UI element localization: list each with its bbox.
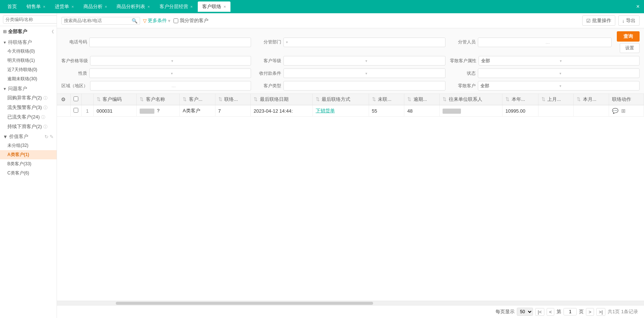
customer-type-label: 客户类型 <box>255 83 281 89</box>
customer-type-control[interactable] <box>283 81 445 91</box>
person-control[interactable]: … <box>478 38 612 47</box>
my-customers-filter[interactable]: 我分管的客户 <box>173 17 208 24</box>
retail-customer-label: 零散客户 <box>450 83 476 89</box>
contact-chat-icon[interactable]: 💬 <box>612 108 618 114</box>
top-nav: 首页 销售单 × 进货单 × 商品分析 × 商品分析列表 × 客户分层经营 × … <box>0 0 644 13</box>
col-this-year-sort: ⇅ <box>505 96 509 102</box>
row-company-contact-cell <box>440 105 502 117</box>
quality-control[interactable]: ▾ <box>89 68 251 78</box>
sidebar-pending-group[interactable]: ▼ 待联络客户 <box>0 37 57 47</box>
sidebar-item-declining[interactable]: 持续下滑客户(2) ⓘ <box>0 122 57 131</box>
sidebar-collapse-icon[interactable]: 《 <box>50 29 54 35</box>
close-tab-customer-contact[interactable]: × <box>223 1 226 12</box>
phone-input-wrap[interactable] <box>89 38 251 47</box>
col-no-contact-th[interactable]: ⇅ 未联... <box>369 94 404 105</box>
col-last-date-th[interactable]: ⇅ 最后联络日期 <box>250 94 312 105</box>
setting-button[interactable]: 设置 <box>620 43 640 53</box>
col-last-method-th[interactable]: ⇅ 最后联络方式 <box>312 94 369 105</box>
sidebar-search-input[interactable] <box>3 15 57 24</box>
sidebar-item-today-pending[interactable]: 今天待联络(0) <box>0 47 57 56</box>
dept-control[interactable]: ▾ <box>283 38 445 47</box>
retail-customer-control[interactable]: 全部 ▾ <box>478 81 640 91</box>
filter-actions: ☑ 批量操作 ↓ 导出 <box>582 15 640 26</box>
close-tab-purchase[interactable]: × <box>71 1 74 12</box>
status-control[interactable]: ▾ <box>478 68 640 78</box>
export-button[interactable]: ↓ 导出 <box>618 15 640 26</box>
col-code-th[interactable]: ⇅ 客户编码 <box>93 94 136 105</box>
tab-customer-contact[interactable]: 客户联络 × <box>198 1 230 12</box>
sidebar-problem-group[interactable]: ▼ 问题客户 <box>0 84 57 93</box>
pay-cond-label: 收付款条件 <box>255 70 281 77</box>
window-close-button[interactable]: × <box>635 2 641 11</box>
price-level-arrow: ▾ <box>171 59 248 63</box>
last-page-button[interactable]: >| <box>596 308 605 316</box>
sidebar-item-a-class[interactable]: A类客户(1) <box>0 150 57 159</box>
refresh-icon[interactable]: ↻ <box>44 134 49 139</box>
filter-more-conditions[interactable]: ▽ 更多条件 ▾ <box>143 17 171 24</box>
tab-sales-order[interactable]: 销售单 × <box>22 1 50 12</box>
scroll-thumb[interactable] <box>116 302 373 305</box>
query-btn-wrap: 查询 设置 <box>617 31 640 53</box>
col-this-year-th[interactable]: ⇅ 本年... <box>502 94 539 105</box>
value-arrow[interactable]: ▼ <box>3 134 8 139</box>
edit-icon[interactable]: ✎ <box>50 134 54 139</box>
table-wrap: ⚙ ⇅ 客户编码 ⇅ 客户名称 <box>57 94 644 301</box>
sidebar-item-c-class[interactable]: C类客户(6) <box>0 169 57 178</box>
sidebar-item-churned[interactable]: 已流失客户(24) ⓘ <box>0 112 57 122</box>
per-page-select[interactable]: 50 <box>517 308 533 316</box>
prev-page-button[interactable]: < <box>547 308 555 316</box>
col-name-label: 客户名称 <box>146 96 165 102</box>
sidebar-item-tomorrow-pending[interactable]: 明天待联络(1) <box>0 56 57 65</box>
filter-search-icon[interactable]: 🔍 <box>132 18 137 24</box>
page-number-input[interactable] <box>564 308 577 315</box>
sidebar-all-customers[interactable]: ⊞ 全部客户 《 <box>0 26 57 37</box>
pay-cond-control[interactable]: ▾ <box>283 68 445 78</box>
select-all-checkbox[interactable] <box>74 96 78 101</box>
tab-product-analysis[interactable]: 商品分析 × <box>79 1 111 12</box>
close-tab-product-analysis-list[interactable]: × <box>147 1 150 12</box>
sidebar-item-unclassified[interactable]: 未分组(32) <box>0 141 57 150</box>
close-tab-customer-tier[interactable]: × <box>190 1 193 12</box>
col-last-month-th[interactable]: ⇅ 上月... <box>538 94 573 105</box>
sidebar-item-overdue-pending[interactable]: 逾期未联络(30) <box>0 74 57 84</box>
batch-ops-button[interactable]: ☑ 批量操作 <box>582 15 615 26</box>
retail-attr-arrow: ▾ <box>560 59 637 63</box>
sidebar-item-repurchase-abnormal[interactable]: 回购异常客户(2) ⓘ <box>0 93 57 103</box>
close-tab-sales[interactable]: × <box>43 1 45 12</box>
next-page-button[interactable]: > <box>586 308 594 316</box>
tab-product-analysis-list[interactable]: 商品分析列表 × <box>112 1 154 12</box>
level-control[interactable]: ▾ <box>283 56 445 66</box>
col-contacts-th[interactable]: ⇅ 联络... <box>215 94 250 105</box>
filter-search-input[interactable] <box>64 18 130 23</box>
horizontal-scrollbar[interactable] <box>57 301 644 305</box>
col-level-th[interactable]: ⇅ 客户... <box>180 94 215 105</box>
col-contacts-label: 联络... <box>224 96 238 102</box>
table-settings-icon[interactable]: ⚙ <box>61 96 66 102</box>
col-company-contact-th[interactable]: ⇅ 往来单位联系人 <box>440 94 502 105</box>
tab-customer-tier[interactable]: 客户分层经营 × <box>155 1 197 12</box>
sidebar-search-wrap: 🔍 <box>0 13 57 26</box>
region-control[interactable]: … <box>90 81 251 91</box>
col-overdue-th[interactable]: ⇅ 逾期... <box>404 94 439 105</box>
last-contact-method-link[interactable]: 下销货单 <box>316 108 335 113</box>
col-level-sort: ⇅ <box>183 96 187 102</box>
retail-attr-control[interactable]: 全部 ▾ <box>479 56 640 66</box>
price-level-control[interactable]: ▾ <box>90 56 251 66</box>
my-customers-checkbox[interactable] <box>173 18 178 23</box>
row-checkbox[interactable] <box>74 108 78 113</box>
contact-qr-icon[interactable]: ⊞ <box>621 108 626 114</box>
row-name-cell: ？ <box>136 105 179 117</box>
nav-home[interactable]: 首页 <box>3 1 21 12</box>
problem-group-label: 问题客户 <box>8 85 27 92</box>
col-last-method-sort: ⇅ <box>316 96 320 102</box>
sidebar-item-7days-pending[interactable]: 近7天待联络(0) <box>0 65 57 74</box>
sidebar-item-b-class[interactable]: B类客户(33) <box>0 159 57 169</box>
tab-purchase-order[interactable]: 进货单 × <box>50 1 78 12</box>
col-this-month-th[interactable]: ⇅ 本月... <box>573 94 609 105</box>
sidebar-item-churn-warning[interactable]: 流失预警客户(3) ⓘ <box>0 103 57 112</box>
first-page-button[interactable]: |< <box>535 308 544 316</box>
col-name-th[interactable]: ⇅ 客户名称 <box>136 94 179 105</box>
query-button[interactable]: 查询 <box>617 31 640 42</box>
close-tab-product-analysis[interactable]: × <box>105 1 107 12</box>
sidebar-value-group: ▼ 价值客户 ↻ ✎ <box>0 131 57 141</box>
